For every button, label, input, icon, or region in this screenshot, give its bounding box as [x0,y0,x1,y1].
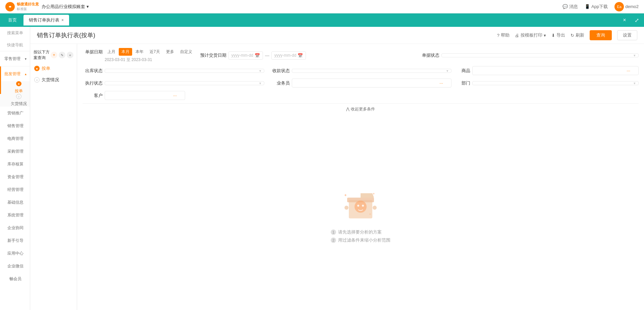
page-actions: ? 帮助 🖨 按模板打印 ▾ ⬇ 导出 ↻ 刷新 查询 设置 [497,30,637,40]
outbound-status-label: 出库状态 [83,68,103,74]
sidebar-sub-debt[interactable]: ○ 欠货情况 [0,94,30,107]
exec-status-group: 执行状态 ▾ [83,80,264,86]
dept-chevron: ▾ [634,81,636,85]
header-right: 💬 消息 📱 App下载 Ea demo2 [562,2,639,11]
period-this-year[interactable]: 本年 [133,48,146,56]
svg-text:✦: ✦ [372,192,375,196]
cal-icon-to: 📅 [298,53,303,58]
help-btn[interactable]: ? 帮助 [497,32,509,38]
tab-sales-order[interactable]: 销售订单执行表 × [23,15,69,25]
period-last-month[interactable]: 上月 [105,48,118,56]
sidebar-item-ecommerce[interactable]: 电商管理 [0,132,30,145]
sidebar-item-finance[interactable]: 资金管理 [0,170,30,183]
goods-dots-icon: ··· [627,68,630,73]
sidebar-item-marketing[interactable]: 营销推广 [0,107,30,119]
add-scheme-btn[interactable]: + [51,52,57,58]
exec-status-label: 执行状态 [83,80,103,86]
user-menu[interactable]: Ea demo2 [614,2,639,11]
sidebar-item-sales[interactable]: 销售管理 [0,119,30,132]
expected-date-label: 预计交货日期 [200,52,226,58]
customer-select[interactable]: ··· [105,91,185,100]
empty-tip-2: 2 用过滤条件来缩小分析范围 [331,237,390,243]
doc-status-select[interactable]: ▾ [441,53,639,57]
goods-select[interactable]: ··· [472,66,639,75]
print-btn[interactable]: 🖨 按模板打印 ▾ [515,32,546,38]
period-group: 上月 本月 本年 近7天 更多 自定义 [105,48,195,56]
tab-close-btn[interactable]: × [61,18,64,22]
tab-bar: 首页 销售订单执行表 × × ⤢ [0,13,644,27]
svg-marker-3 [361,193,374,198]
empty-illustration: ✦ ✦ ✦ [337,182,384,225]
sidebar-search[interactable]: 搜索菜单 [0,27,30,39]
sidebar-item-enterprise[interactable]: 企业协同 [0,221,30,234]
doc-status-group: 单据状态 ▾ [422,52,639,58]
salesperson-group: 业务员 ··· [270,79,451,88]
search-btn[interactable]: 查询 [590,30,612,40]
sidebar-quick-nav[interactable]: 快捷导航 [0,39,30,51]
period-this-month[interactable]: 本月 [119,48,132,56]
message-btn[interactable]: 💬 消息 [562,4,578,10]
filter-row-4: 客户 ··· [83,91,639,100]
window-close-btn[interactable]: × [620,15,629,25]
sidebar-sub-order[interactable]: ● 按单 [0,81,30,94]
sidebar-item-system[interactable]: 系统管理 [0,209,30,221]
sidebar-item-basic[interactable]: 基础信息 [0,196,30,209]
debt-dot: ○ [16,94,21,99]
sidebar-item-operation[interactable]: 经营管理 [0,183,30,196]
tab-bar-actions: × ⤢ [620,15,641,25]
period-more[interactable]: 更多 [163,48,177,56]
sidebar-item-retail[interactable]: 零售管理 ▾ [0,51,30,66]
exec-status-select[interactable]: ▾ [105,81,264,85]
svg-text:✦: ✦ [369,213,371,216]
expected-date-from[interactable]: yyyy-mm-dd 📅 [228,51,263,60]
collection-status-select[interactable]: ▾ [292,69,451,73]
collapse-bar[interactable]: ⋀ 收起更多条件 [83,103,639,115]
window-maximize-btn[interactable]: ⤢ [632,15,641,25]
collapse-scheme-btn[interactable]: « [67,52,73,58]
outbound-chevron: ▾ [259,68,261,73]
edit-scheme-btn[interactable]: ✎ [59,52,65,58]
sidebar-section-retail: 零售管理 ▾ [0,51,30,66]
expected-date-to[interactable]: yyyy-mm-dd 📅 [271,51,306,60]
customer-dots-icon: ··· [173,93,177,98]
scheme-item-order[interactable]: ● 按单 [30,63,77,74]
page-header: 销售订单执行表(按单) ? 帮助 🖨 按模板打印 ▾ ⬇ 导出 ↻ 刷新 [30,27,644,44]
scheme-item-debt[interactable]: ○ 欠货情况 [30,74,77,86]
retail-expand-icon: ▾ [25,57,26,61]
dept-select[interactable]: ▾ [472,81,639,85]
outbound-status-select[interactable]: ▾ [105,69,264,73]
app-download-btn[interactable]: 📱 App下载 [585,4,608,10]
cal-icon-from: 📅 [255,53,260,58]
salesperson-dots-icon: ··· [439,81,443,86]
sidebar: 搜索菜单 快捷导航 零售管理 ▾ 批发管理 ▴ ● 按单 [0,27,30,310]
doc-status-label: 单据状态 [422,52,439,58]
export-btn[interactable]: ⬇ 导出 [551,32,565,38]
period-last7[interactable]: 近7天 [147,48,163,56]
sidebar-item-inventory[interactable]: 库存核算 [0,158,30,170]
right-content: 单据日期 上月 本月 本年 近7天 更多 自定义 2023 [77,44,644,310]
scheme-panel: 按以下方案查询 + ✎ « ● 按单 ○ 欠货情况 [30,44,77,310]
date-range-display: 2023-03-01 至 2023-03-31 [83,57,152,63]
period-custom[interactable]: 自定义 [177,48,195,56]
sidebar-item-member[interactable]: 畅会员 [0,272,30,285]
app-selector[interactable]: 办公用品行业模拟账套 ▾ [42,4,89,10]
scheme-dot-debt: ○ [34,77,40,83]
sidebar-item-purchase[interactable]: 采购管理 [0,145,30,158]
logo-icon [5,2,15,11]
content-area: 销售订单执行表(按单) ? 帮助 🖨 按模板打印 ▾ ⬇ 导出 ↻ 刷新 [30,27,644,310]
collection-chevron: ▾ [446,68,448,73]
sidebar-item-wholesale[interactable]: 批发管理 ▴ [0,66,30,81]
svg-point-8 [373,206,377,210]
filter-row-3: 执行状态 ▾ 业务员 ··· 部门 [83,79,639,88]
svg-point-4 [355,201,367,213]
filter-row-2: 出库状态 ▾ 收款状态 ▾ 商品 [83,66,639,75]
salesperson-select[interactable]: ··· [292,79,451,88]
sidebar-item-appstore[interactable]: 应用中心 [0,247,30,260]
expected-date-group: 预计交货日期 yyyy-mm-dd 📅 — yyyy-mm-dd 📅 [200,51,417,60]
sidebar-item-newbie[interactable]: 新手引导 [0,234,30,247]
tab-home[interactable]: 首页 [3,15,22,25]
refresh-btn[interactable]: ↻ 刷新 [571,32,584,38]
settings-btn[interactable]: 设置 [617,30,637,40]
sidebar-item-wechat[interactable]: 企业微信 [0,260,30,272]
logo-area: 畅捷通好生意 标准版 [5,2,39,11]
